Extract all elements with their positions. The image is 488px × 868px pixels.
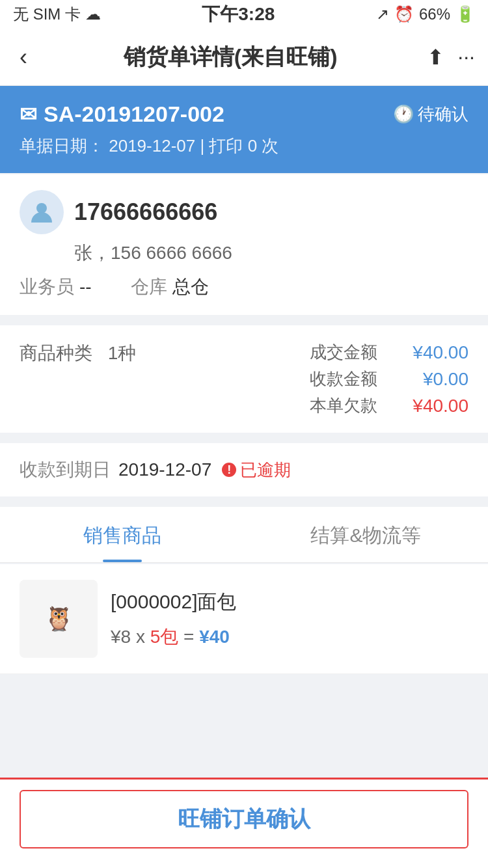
transaction-label: 成交金额 — [310, 341, 377, 364]
battery-icon: 🔋 — [455, 5, 475, 23]
product-info: [0000002]面包 ¥8 x 5包 = ¥40 — [111, 589, 468, 649]
tab-settlement-label: 结算&物流等 — [310, 524, 421, 546]
salesperson-meta: 业务员 -- — [20, 275, 92, 299]
page-title: 销货单详情(来自旺铺) — [124, 42, 338, 72]
payment-amount-row: 收款金额 ¥0.00 — [310, 368, 468, 390]
tabs-container: 销售商品 结算&物流等 — [0, 507, 488, 563]
clock-icon: 🕐 — [393, 104, 414, 124]
order-number-text: SA-20191207-002 — [44, 102, 224, 127]
due-date-value: 2019-12-07 — [118, 459, 211, 480]
battery-level: 66% — [419, 5, 450, 23]
confirm-order-button[interactable]: 旺铺订单确认 — [20, 790, 468, 848]
date-label: 单据日期： — [20, 136, 104, 156]
avatar — [20, 190, 64, 234]
sim-status: 无 SIM 卡 ☁ — [13, 4, 101, 25]
salesperson-label: 业务员 — [20, 275, 74, 299]
order-number: ✉ SA-20191207-002 — [20, 102, 224, 127]
due-date-label: 收款到期日 — [20, 457, 111, 482]
tab-products[interactable]: 销售商品 — [0, 507, 244, 562]
status-text: 待确认 — [418, 103, 468, 126]
status-left: 无 SIM 卡 ☁ — [13, 4, 101, 25]
overdue-text: 已逾期 — [240, 459, 291, 481]
order-status-badge: 🕐 待确认 — [393, 103, 468, 126]
amounts-section: 成交金额 ¥40.00 收款金额 ¥0.00 本单欠款 ¥40.00 — [310, 341, 468, 417]
due-date-card: 收款到期日 2019-12-07 ! 已逾期 — [0, 443, 488, 496]
bottom-space — [0, 674, 488, 778]
order-date: 单据日期： 2019-12-07 | 打印 0 次 — [20, 135, 468, 157]
customer-header: 17666666666 — [20, 190, 468, 234]
date-value: 2019-12-07 — [109, 136, 195, 156]
product-list: 🦉 [0000002]面包 ¥8 x 5包 = ¥40 — [0, 564, 488, 674]
customer-phone: 17666666666 — [74, 198, 217, 226]
back-button[interactable]: ‹ — [13, 37, 34, 77]
salesperson-value: -- — [79, 277, 92, 297]
due-amount-label: 本单欠款 — [310, 394, 377, 417]
tab-products-label: 销售商品 — [83, 524, 161, 546]
price-text: ¥8 x — [111, 627, 150, 647]
quantity-text: 5包 — [150, 627, 179, 647]
product-type-section: 商品种类 1种 — [20, 341, 136, 366]
product-type-row: 商品种类 1种 — [20, 341, 136, 366]
export-icon[interactable]: ⬆ — [427, 45, 444, 70]
transaction-value: ¥40.00 — [390, 342, 468, 363]
header-top: ✉ SA-20191207-002 🕐 待确认 — [20, 102, 468, 127]
confirm-btn-container: 旺铺订单确认 — [0, 778, 488, 868]
transaction-amount-row: 成交金额 ¥40.00 — [310, 341, 468, 364]
table-row: 🦉 [0000002]面包 ¥8 x 5包 = ¥40 — [0, 564, 488, 674]
order-header-card: ✉ SA-20191207-002 🕐 待确认 单据日期： 2019-12-07… — [0, 86, 488, 173]
warehouse-value: 总仓 — [172, 275, 209, 299]
alarm-icon: ⏰ — [394, 5, 414, 23]
svg-point-0 — [36, 203, 47, 213]
tab-settlement[interactable]: 结算&物流等 — [244, 507, 488, 562]
location-icon: ↗ — [376, 5, 389, 23]
due-amount-value: ¥40.00 — [390, 396, 468, 416]
nav-actions: ⬆ ··· — [427, 45, 475, 70]
status-bar: 无 SIM 卡 ☁ 下午3:28 ↗ ⏰ 66% 🔋 — [0, 0, 488, 29]
total-price: ¥40 — [199, 627, 230, 647]
customer-meta: 业务员 -- 仓库 总仓 — [20, 275, 468, 299]
customer-card: 17666666666 张，156 6666 6666 业务员 -- 仓库 总仓 — [0, 174, 488, 315]
due-amount-row: 本单欠款 ¥40.00 — [310, 394, 468, 417]
equals-text: = — [178, 627, 199, 647]
status-right: ↗ ⏰ 66% 🔋 — [376, 5, 475, 23]
product-price: ¥8 x 5包 = ¥40 — [111, 625, 468, 649]
payment-label: 收款金额 — [310, 368, 377, 390]
product-name: [0000002]面包 — [111, 589, 468, 616]
print-info: | 打印 0 次 — [200, 136, 278, 156]
nav-bar: ‹ 销货单详情(来自旺铺) ⬆ ··· — [0, 29, 488, 86]
warehouse-label: 仓库 — [131, 275, 167, 299]
summary-card: 商品种类 1种 成交金额 ¥40.00 收款金额 ¥0.00 本单欠款 ¥40.… — [0, 325, 488, 433]
more-icon[interactable]: ··· — [457, 45, 475, 69]
payment-value: ¥0.00 — [390, 369, 468, 390]
warehouse-meta: 仓库 总仓 — [131, 275, 209, 299]
product-type-label: 商品种类 — [20, 343, 92, 363]
order-icon: ✉ — [20, 102, 37, 127]
product-thumbnail: 🦉 — [20, 580, 98, 658]
status-time: 下午3:28 — [202, 2, 275, 27]
customer-name-info: 张，156 6666 6666 — [74, 241, 468, 265]
overdue-badge: ! 已逾期 — [222, 459, 291, 481]
overdue-dot-icon: ! — [222, 463, 236, 477]
product-type-value: 1种 — [108, 343, 137, 363]
product-image-placeholder: 🦉 — [44, 605, 74, 632]
